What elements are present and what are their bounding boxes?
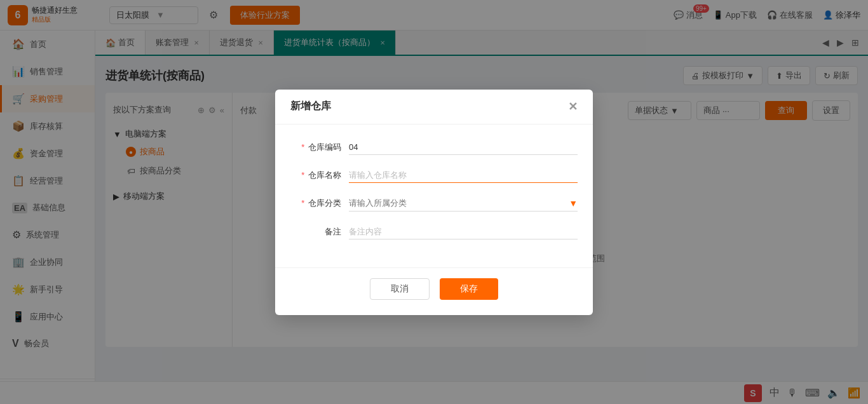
name-label: * 仓库名称 [290,170,341,181]
required-star-code: * [301,142,304,152]
modal-overlay: 新增仓库 ✕ * 仓库编码 * 仓库名称 * [0,0,868,404]
note-label: 备注 [290,226,341,238]
category-dropdown-icon: ▼ [569,198,578,208]
cancel-button[interactable]: 取消 [370,278,430,300]
code-label: * 仓库编码 [290,142,341,153]
form-row-code: * 仓库编码 [290,140,578,155]
add-warehouse-modal: 新增仓库 ✕ * 仓库编码 * 仓库名称 * [275,90,593,315]
category-select-input[interactable] [349,198,569,208]
form-row-name: * 仓库名称 [290,168,578,183]
modal-title: 新增仓库 [290,100,331,113]
modal-footer: 取消 保存 [275,267,593,315]
warehouse-code-input[interactable] [349,140,578,155]
warehouse-note-input[interactable] [349,224,578,239]
modal-close-button[interactable]: ✕ [568,100,578,114]
form-row-category: * 仓库分类 ▼ [290,196,578,212]
modal-header: 新增仓库 ✕ [275,90,593,125]
warehouse-name-input[interactable] [349,168,578,183]
category-label: * 仓库分类 [290,198,341,209]
form-row-note: 备注 [290,224,578,239]
modal-body: * 仓库编码 * 仓库名称 * 仓库分类 ▼ [275,125,593,267]
save-button[interactable]: 保存 [440,278,498,300]
category-select[interactable]: ▼ [349,196,578,212]
required-star-name: * [301,170,304,180]
required-star-category: * [301,198,304,208]
